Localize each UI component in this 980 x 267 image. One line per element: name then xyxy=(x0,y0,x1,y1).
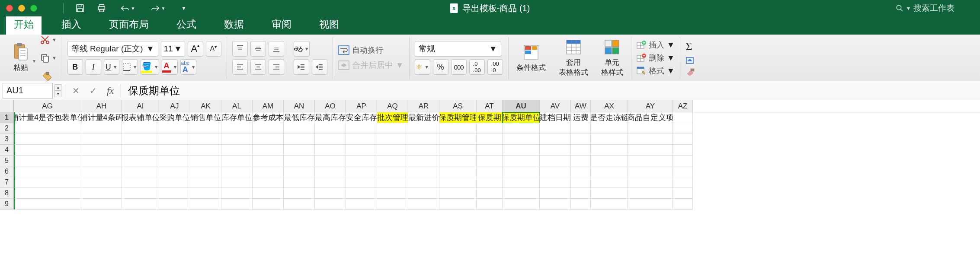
column-header-AT[interactable]: AT xyxy=(477,100,503,112)
cell-AK4[interactable] xyxy=(190,145,221,156)
number-format-dropdown[interactable]: 常规 ▼ xyxy=(415,41,501,57)
column-header-AI[interactable]: AI xyxy=(122,100,159,112)
cell-AK7[interactable] xyxy=(190,177,221,188)
cell-AJ4[interactable] xyxy=(159,145,190,156)
cell-AW4[interactable] xyxy=(571,145,591,156)
delete-cells-button[interactable]: 删除▼ xyxy=(637,53,675,63)
cell-AV1[interactable]: 建档日期 xyxy=(540,112,571,123)
cell-AJ9[interactable] xyxy=(159,199,190,210)
column-header-AY[interactable]: AY xyxy=(628,100,673,112)
column-header-AM[interactable]: AM xyxy=(253,100,284,112)
cell-AL1[interactable]: 库存单位 xyxy=(221,112,253,123)
cell-AU5[interactable] xyxy=(503,156,540,166)
cell-AU6[interactable] xyxy=(503,166,540,177)
cell-AU1[interactable]: 保质期单位 xyxy=(503,112,540,123)
column-header-AZ[interactable]: AZ xyxy=(673,100,693,112)
italic-button[interactable]: I xyxy=(86,59,101,75)
cell-AU3[interactable] xyxy=(503,134,540,145)
align-top-button[interactable] xyxy=(232,41,248,57)
row-header-5[interactable]: 5 xyxy=(0,156,14,166)
clear-button[interactable] xyxy=(685,68,695,76)
cell-AU8[interactable] xyxy=(503,188,540,199)
align-bottom-button[interactable] xyxy=(269,41,284,57)
cell-AZ1[interactable] xyxy=(673,112,693,123)
row-header-6[interactable]: 6 xyxy=(0,166,14,177)
cell-AN7[interactable] xyxy=(284,177,315,188)
cell-AP4[interactable] xyxy=(346,145,377,156)
cell-AZ5[interactable] xyxy=(673,156,693,166)
cell-AM3[interactable] xyxy=(253,134,284,145)
cell-AR3[interactable] xyxy=(408,134,439,145)
cell-AX8[interactable] xyxy=(591,188,628,199)
cell-AX7[interactable] xyxy=(591,177,628,188)
search-box[interactable]: ▾ xyxy=(896,3,974,13)
cell-AY9[interactable] xyxy=(628,199,673,210)
cell-AH2[interactable] xyxy=(81,123,122,134)
cell-AH8[interactable] xyxy=(81,188,122,199)
cell-AJ1[interactable]: 采购单位 xyxy=(159,112,190,123)
cell-AL9[interactable] xyxy=(221,199,253,210)
cell-AH9[interactable] xyxy=(81,199,122,210)
column-header-AK[interactable]: AK xyxy=(190,100,221,112)
font-color-button[interactable]: A▼ xyxy=(162,59,178,75)
cell-AQ8[interactable] xyxy=(377,188,408,199)
cell-AG3[interactable] xyxy=(14,134,81,145)
cell-AQ1[interactable]: 批次管理 xyxy=(377,112,408,123)
cell-AO8[interactable] xyxy=(315,188,346,199)
cell-AR8[interactable] xyxy=(408,188,439,199)
cell-AX1[interactable]: 是否走冻链 xyxy=(591,112,628,123)
fill-color-button[interactable]: 🪣▼ xyxy=(141,59,159,75)
currency-button[interactable]: ⚛▼ xyxy=(415,59,430,75)
cell-AH7[interactable] xyxy=(81,177,122,188)
cell-AG4[interactable] xyxy=(14,145,81,156)
column-header-AG[interactable]: AG xyxy=(14,100,81,112)
cell-AG5[interactable] xyxy=(14,156,81,166)
cell-AS4[interactable] xyxy=(439,145,477,156)
insert-cells-button[interactable]: 插入▼ xyxy=(637,40,675,50)
cell-AJ5[interactable] xyxy=(159,156,190,166)
row-header-4[interactable]: 4 xyxy=(0,145,14,156)
cell-AO7[interactable] xyxy=(315,177,346,188)
cell-AW9[interactable] xyxy=(571,199,591,210)
cell-AY7[interactable] xyxy=(628,177,673,188)
cell-AM2[interactable] xyxy=(253,123,284,134)
format-as-table-button[interactable]: 套用 表格格式 xyxy=(556,38,591,78)
cell-AX9[interactable] xyxy=(591,199,628,210)
column-header-AU[interactable]: AU xyxy=(503,100,540,112)
column-header-AP[interactable]: AP xyxy=(346,100,377,112)
cell-AQ5[interactable] xyxy=(377,156,408,166)
column-header-AQ[interactable]: AQ xyxy=(377,100,408,112)
cell-AS6[interactable] xyxy=(439,166,477,177)
bold-button[interactable]: B xyxy=(67,59,83,75)
phonetic-button[interactable]: abcA▼ xyxy=(180,59,196,75)
cell-AP2[interactable] xyxy=(346,123,377,134)
column-header-AJ[interactable]: AJ xyxy=(159,100,190,112)
cell-AP3[interactable] xyxy=(346,134,377,145)
cell-AH6[interactable] xyxy=(81,166,122,177)
column-header-AS[interactable]: AS xyxy=(439,100,477,112)
tab-data[interactable]: 数据 xyxy=(216,15,252,35)
column-header-AO[interactable]: AO xyxy=(315,100,346,112)
cell-AK5[interactable] xyxy=(190,156,221,166)
cell-AO2[interactable] xyxy=(315,123,346,134)
cell-AY5[interactable] xyxy=(628,156,673,166)
cell-AS5[interactable] xyxy=(439,156,477,166)
cell-AL2[interactable] xyxy=(221,123,253,134)
cell-AL7[interactable] xyxy=(221,177,253,188)
cell-AQ2[interactable] xyxy=(377,123,408,134)
cell-AM9[interactable] xyxy=(253,199,284,210)
cell-AX4[interactable] xyxy=(591,145,628,156)
cell-AR6[interactable] xyxy=(408,166,439,177)
cell-AY1[interactable]: 商品自定义项 xyxy=(628,112,673,123)
cell-AW7[interactable] xyxy=(571,177,591,188)
format-painter-button[interactable] xyxy=(40,68,55,84)
cell-AV6[interactable] xyxy=(540,166,571,177)
cell-AW3[interactable] xyxy=(571,134,591,145)
column-header-AL[interactable]: AL xyxy=(221,100,253,112)
cell-AV8[interactable] xyxy=(540,188,571,199)
select-all-corner[interactable] xyxy=(0,100,14,112)
paste-button[interactable]: 粘贴 xyxy=(10,43,32,73)
cell-AL4[interactable] xyxy=(221,145,253,156)
cell-AP7[interactable] xyxy=(346,177,377,188)
border-button[interactable]: ▼ xyxy=(122,59,138,75)
